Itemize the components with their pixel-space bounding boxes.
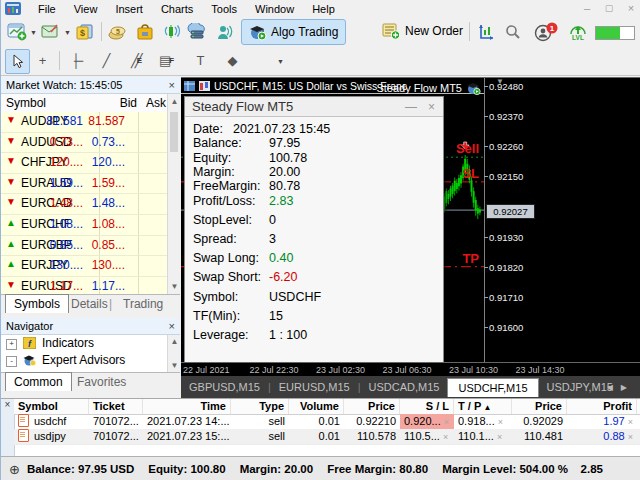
market-watch-row-eurusd[interactable]: ▼EURUSD1.17...1.17... <box>1 277 167 294</box>
trade-col-type[interactable]: Type <box>231 399 289 414</box>
steady-flow-panel[interactable]: Steady Flow MT5 — × Date:2021.07.23 15:4… <box>184 96 444 364</box>
profiles-button[interactable] <box>39 20 62 43</box>
navigator-scrollbar[interactable]: ▲ ▼ <box>167 335 181 372</box>
trade-col-profit[interactable]: Profit <box>567 399 637 414</box>
arrows-dropdown[interactable]: ▼ <box>277 58 284 65</box>
community-button[interactable] <box>212 20 235 43</box>
chart-tab-gbpusd-m15[interactable]: GBPUSD,M15 <box>181 378 268 396</box>
navigator-item-expert-advisors[interactable]: -Expert Advisors <box>1 352 180 369</box>
search-button[interactable] <box>501 20 524 43</box>
close-position-icon[interactable]: × <box>628 417 633 427</box>
navigator-close-icon[interactable]: × <box>169 320 175 332</box>
market-button[interactable] <box>133 20 156 43</box>
time-axis[interactable]: 22 Jul 202122 Jul 22:3023 Jul 02:3023 Ju… <box>181 362 640 377</box>
restore-button[interactable]: ▢ <box>603 3 615 13</box>
trade-col-ticket[interactable]: Ticket <box>89 399 143 414</box>
trade-row-usdchf[interactable]: usdchf701072...2021.07.23 14:...sell0.01… <box>14 414 640 430</box>
tab-trading[interactable]: Trading <box>115 295 171 313</box>
tree-expander-icon[interactable]: - <box>6 356 17 367</box>
panel-row-date: Date:2021.07.23 15:45 <box>185 122 443 137</box>
tab-symbols[interactable]: Symbols <box>5 294 69 313</box>
equidistant-channel-tool-button[interactable]: ╱╱E <box>125 49 148 72</box>
trendline-tool-button[interactable]: ╱ <box>95 49 118 72</box>
panel-row-swap-short: Swap Short:-6.20 <box>185 270 443 285</box>
ea-icon[interactable] <box>466 81 481 95</box>
menu-view[interactable]: View <box>65 2 107 16</box>
panel-minimize-icon[interactable]: — <box>405 100 417 114</box>
market-watch-row-audjpy[interactable]: ▼AUDJPY81.58181.587 <box>1 112 167 133</box>
up-arrow-icon: ▲ <box>6 217 16 228</box>
crosshair-tool-button[interactable]: + <box>31 49 54 72</box>
chart-window[interactable]: USDCHF, M15: US Dollar vs Swiss Franc ▼ … <box>181 77 640 363</box>
market-watch-scrollbar[interactable]: ▲ ▼ <box>167 94 181 294</box>
panel-close-icon[interactable]: × <box>428 100 435 114</box>
col-bid[interactable]: Bid <box>99 96 137 110</box>
accounts-button[interactable]: $ <box>73 20 96 43</box>
signals-button[interactable] <box>159 20 182 43</box>
menu-help[interactable]: Help <box>303 2 344 16</box>
remove-sl-icon[interactable]: × <box>444 417 449 427</box>
algo-trading-button[interactable]: Algo Trading <box>241 19 346 45</box>
horizontal-line-tool-button[interactable]: ─ <box>67 49 90 72</box>
fibonacci-tool-button[interactable]: ▤F <box>155 49 178 72</box>
menu-charts[interactable]: Charts <box>152 2 202 16</box>
market-watch-row-eurjpy[interactable]: ▲EURJPY130....130.... <box>1 256 167 277</box>
remove-sl-icon[interactable]: × <box>443 432 448 442</box>
market-watch-row-euraud[interactable]: ▼EURAUD1.59...1.59... <box>1 174 167 195</box>
trade-row-usdjpy[interactable]: usdjpy701072...2021.07.23 15:...sell0.01… <box>14 429 640 445</box>
col-ask[interactable]: Ask <box>138 96 166 110</box>
tree-expander-icon[interactable]: + <box>6 339 17 350</box>
history-center-button[interactable]: 5 <box>106 20 129 43</box>
tab-common[interactable]: Common <box>5 372 72 391</box>
navigator-item-indicators[interactable]: +fIndicators <box>1 335 180 352</box>
remove-tp-icon[interactable]: × <box>497 432 502 442</box>
tab-details[interactable]: Details <box>63 295 116 313</box>
chart-tab-eurusd-m15[interactable]: EURUSD,M15 <box>271 378 358 396</box>
new-chart-dropdown[interactable]: ▼ <box>30 29 37 36</box>
minimize-button[interactable]: – <box>581 2 593 14</box>
trade-col-sl[interactable]: S / L <box>400 399 454 414</box>
tab-favorites[interactable]: Favorites <box>69 373 134 391</box>
arrows-tool-button[interactable]: ◆ <box>221 49 244 72</box>
market-watch-row-eurchf[interactable]: ▲EURCHF1.08...1.08... <box>1 215 167 236</box>
close-position-icon[interactable]: × <box>628 432 633 442</box>
market-watch-row-chfjpy[interactable]: ▼CHFJPY120....120.... <box>1 153 167 174</box>
menu-tools[interactable]: Tools <box>202 2 246 16</box>
tab-scroll-arrows[interactable]: ◀▶ <box>607 383 635 392</box>
trade-col-price[interactable]: Price <box>344 399 400 414</box>
market-watch-row-audusd[interactable]: ▼AUDUSD0.73...0.73... <box>1 133 167 154</box>
notifications-button[interactable]: 1 <box>531 20 561 43</box>
trade-col-volume[interactable]: Volume <box>289 399 344 414</box>
market-watch-close-icon[interactable]: × <box>169 79 175 91</box>
menu-file[interactable]: File <box>29 2 65 16</box>
profiles-dropdown[interactable]: ▼ <box>64 29 71 36</box>
trade-col-time[interactable]: Time <box>143 399 231 414</box>
scale-button[interactable] <box>474 20 497 43</box>
col-symbol[interactable]: Symbol <box>6 96 46 110</box>
menu-window[interactable]: Window <box>246 2 303 16</box>
close-button[interactable]: × <box>625 2 637 14</box>
bid-value: 0.85... <box>50 238 83 252</box>
new-order-button[interactable]: New Order <box>375 19 470 43</box>
menu-insert[interactable]: Insert <box>106 2 152 16</box>
market-watch-row-eurcad[interactable]: ▼EURCAD1.48...1.48... <box>1 194 167 215</box>
market-watch-row-eurgbp[interactable]: ▲EURGBP0.85...0.85... <box>1 236 167 257</box>
chart-tab-usdcad-m15[interactable]: USDCAD,M15 <box>361 378 448 396</box>
remove-tp-icon[interactable]: × <box>498 417 503 427</box>
trade-col-symbol[interactable]: Symbol <box>14 399 89 414</box>
text-tool-button[interactable]: T <box>189 49 212 72</box>
cursor-tool-button[interactable] <box>5 49 30 74</box>
cell-current-price: 110.481 <box>512 429 567 444</box>
expand-icon[interactable]: ⊕ <box>9 462 20 477</box>
new-chart-button[interactable] <box>5 20 28 43</box>
price-tick <box>484 237 488 238</box>
panel-row-value: 0 <box>269 213 276 227</box>
level-button[interactable]: LVL <box>566 20 589 43</box>
steady-flow-panel-titlebar[interactable]: Steady Flow MT5 — × <box>185 97 443 117</box>
toolbox-close-icon[interactable]: × <box>1 399 14 410</box>
trade-col-tp[interactable]: T / P ▲ <box>454 399 512 414</box>
vps-button[interactable] <box>185 20 208 43</box>
trade-col-price[interactable]: Price <box>512 399 567 414</box>
chart-tab-usdchf-m15[interactable]: USDCHF,M15 <box>447 378 538 397</box>
chart-tab-usdjpy-m15[interactable]: USDJPY,M15 <box>539 378 613 396</box>
